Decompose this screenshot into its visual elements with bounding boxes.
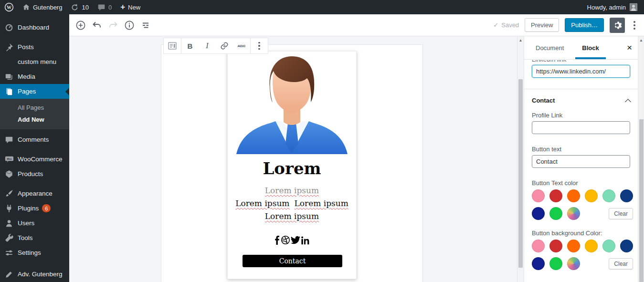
color-swatch-orange[interactable] — [567, 240, 580, 252]
publish-button[interactable]: Publish… — [565, 18, 604, 32]
clear-text-color-button[interactable]: Clear — [609, 208, 633, 219]
block-navigation-button[interactable] — [138, 18, 153, 33]
pushpin-icon — [4, 42, 14, 52]
new-label: New — [128, 4, 140, 11]
sidebar-item-all-pages[interactable]: All Pages — [0, 102, 69, 114]
sidebar-item-posts[interactable]: Posts — [0, 40, 69, 54]
scrollbar-thumb[interactable] — [639, 119, 644, 282]
color-swatch-mint[interactable] — [602, 189, 615, 202]
comments-menu[interactable]: 0 — [93, 0, 116, 14]
info-icon — [124, 20, 135, 31]
tab-block[interactable]: Block — [575, 36, 605, 59]
content-structure-button[interactable] — [122, 18, 137, 33]
color-swatch-dark-blue[interactable] — [532, 207, 545, 220]
color-swatch-custom-gradient[interactable] — [567, 257, 580, 270]
chevron-up-icon — [625, 99, 631, 105]
color-swatch-custom-gradient[interactable] — [567, 207, 580, 220]
clear-bg-color-button[interactable]: Clear — [609, 258, 633, 270]
link-icon — [220, 42, 229, 50]
block-options-button[interactable] — [251, 38, 268, 53]
linkedin-link-input[interactable] — [532, 65, 630, 78]
sidebar-item-pages[interactable]: Pages — [0, 84, 69, 99]
tab-document[interactable]: Document — [529, 36, 570, 59]
close-sidebar-button[interactable]: × — [627, 36, 632, 59]
strikethrough-button[interactable]: ABC — [233, 38, 250, 53]
profile-link-input[interactable] — [532, 121, 630, 134]
howdy-account[interactable]: Howdy, admin — [587, 4, 626, 11]
undo-button[interactable] — [89, 18, 105, 33]
scrollbar-thumb[interactable] — [518, 79, 523, 268]
more-tools-button[interactable] — [631, 19, 638, 31]
profile-subtitle[interactable]: Lorem ipsum — [228, 186, 356, 195]
profile-name[interactable]: Lorem — [228, 159, 356, 178]
bold-button[interactable]: B — [181, 38, 199, 53]
color-swatch-pink[interactable] — [532, 240, 545, 252]
plugin-icon — [4, 204, 14, 213]
new-content-menu[interactable]: + New — [116, 0, 145, 14]
button-bg-color-label: Button background Color: — [532, 230, 630, 237]
editor-canvas: B I ABC — [69, 36, 517, 282]
contact-section-toggle[interactable]: Contact — [532, 89, 630, 108]
contact-button[interactable]: Contact — [243, 255, 342, 267]
color-swatch-green[interactable] — [549, 257, 562, 270]
settings-toggle-button[interactable] — [610, 18, 625, 33]
facebook-icon[interactable] — [274, 235, 280, 245]
profile-description-line2[interactable]: Lorem ipsum — [228, 211, 356, 221]
color-swatch-navy[interactable] — [620, 189, 633, 202]
current-menu-arrow — [65, 88, 69, 95]
twitter-icon[interactable] — [291, 235, 300, 245]
sidebar-scrollbar[interactable]: ▲ — [638, 36, 644, 282]
sidebar-item-users[interactable]: Users — [0, 216, 69, 230]
linkedin-icon[interactable] — [301, 236, 310, 245]
scroll-up-arrow[interactable]: ▲ — [517, 38, 524, 42]
profile-card-block[interactable]: Lorem Lorem ipsum Lorem ipsumLorem ipsum… — [227, 51, 357, 279]
redo-icon — [108, 20, 118, 31]
color-swatch-red[interactable] — [549, 189, 562, 202]
comments-count: 0 — [108, 4, 112, 11]
sidebar-item-plugins[interactable]: Plugins 6 — [0, 201, 69, 216]
button-text-input[interactable] — [532, 155, 630, 168]
sidebar-item-appearance[interactable]: Appearance — [0, 186, 69, 201]
color-swatch-dark-blue[interactable] — [532, 257, 545, 270]
sidebar-tabs: Document Block × — [524, 36, 638, 60]
sidebar-item-woocommerce[interactable]: Woo WooCommerce — [0, 152, 69, 167]
comments-icon — [4, 135, 14, 145]
color-swatch-red[interactable] — [549, 240, 562, 252]
sidebar-item-products[interactable]: Products — [0, 167, 69, 181]
profile-photo[interactable] — [228, 52, 356, 154]
wordpress-logo-menu[interactable]: W — [0, 0, 18, 14]
sidebar-item-adv-gutenberg[interactable]: Adv. Gutenberg — [0, 267, 69, 282]
scroll-up-arrow[interactable]: ▲ — [638, 38, 644, 42]
profile-block-icon — [168, 41, 177, 51]
avatar[interactable] — [630, 3, 637, 11]
link-button[interactable] — [216, 38, 233, 53]
block-type-button[interactable] — [164, 38, 181, 53]
sidebar-item-custom-menu[interactable]: custom menu — [0, 54, 69, 69]
color-swatch-pink[interactable] — [532, 189, 545, 202]
sidebar-item-media[interactable]: Media — [0, 69, 69, 84]
color-swatch-amber[interactable] — [585, 240, 598, 252]
updates-menu[interactable]: 10 — [66, 0, 93, 14]
color-swatch-green[interactable] — [549, 207, 562, 220]
italic-button[interactable]: I — [199, 38, 216, 53]
sidebar-item-add-new[interactable]: Add New — [0, 114, 69, 125]
redo-button[interactable] — [106, 18, 121, 33]
sidebar-item-comments[interactable]: Comments — [0, 132, 69, 147]
color-swatch-amber[interactable] — [585, 189, 598, 202]
profile-description-line1[interactable]: Lorem ipsumLorem ipsum — [228, 198, 356, 208]
color-swatch-navy[interactable] — [620, 240, 633, 252]
sidebar-item-tools[interactable]: Tools — [0, 230, 69, 245]
sidebar-item-dashboard[interactable]: Dashboard — [0, 20, 69, 35]
block-inserter-button[interactable] — [73, 18, 88, 33]
check-icon: ✓ — [493, 21, 498, 29]
home-icon — [22, 3, 30, 11]
settings-sliders-icon — [4, 248, 14, 258]
content-scrollbar[interactable]: ▲ — [517, 36, 524, 282]
site-menu[interactable]: Gutenberg — [18, 0, 66, 14]
dribbble-icon[interactable] — [281, 235, 290, 245]
color-swatch-orange[interactable] — [567, 189, 580, 202]
sidebar-item-settings[interactable]: Settings — [0, 245, 69, 260]
sidebar-item-label: Media — [18, 73, 35, 80]
preview-button[interactable]: Preview — [525, 18, 559, 32]
color-swatch-mint[interactable] — [602, 240, 615, 252]
